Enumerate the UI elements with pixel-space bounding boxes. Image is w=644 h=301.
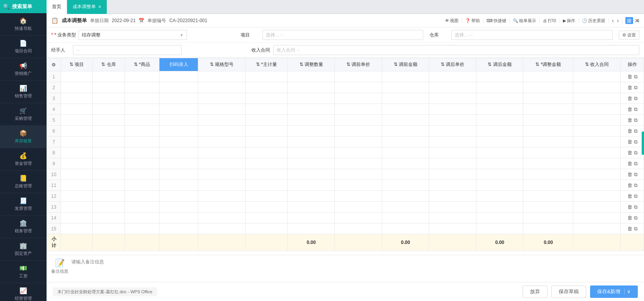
cell-unit[interactable] (245, 158, 287, 169)
copy-row-icon[interactable]: ⧉ (634, 95, 637, 102)
cell-after-amount[interactable] (476, 82, 523, 93)
cell-warehouse[interactable] (93, 126, 125, 137)
cell-scan[interactable] (159, 126, 198, 137)
cell-project[interactable] (61, 93, 93, 104)
cell-spec[interactable] (198, 93, 245, 104)
view-action[interactable]: 👁 视图 (445, 18, 459, 24)
cell-income-contract[interactable] (573, 223, 621, 234)
cell-adjust-qty[interactable] (288, 71, 335, 82)
delete-row-icon[interactable]: 🗑 (627, 128, 632, 134)
cell-unit[interactable] (245, 137, 287, 147)
cell-spec[interactable] (198, 126, 245, 137)
cell-project[interactable] (61, 223, 93, 234)
cell-before-amount[interactable] (382, 93, 429, 104)
cell-after-price[interactable] (429, 104, 476, 115)
cell-spec[interactable] (198, 82, 245, 93)
cell-before-amount[interactable] (382, 158, 429, 169)
cell-scan[interactable] (159, 93, 198, 104)
cell-warehouse[interactable] (93, 147, 125, 158)
cell-project[interactable] (61, 180, 93, 191)
cell-spec[interactable] (198, 169, 245, 180)
cell-after-amount[interactable] (476, 180, 523, 191)
sidebar-item-ops-mgmt[interactable]: 📈 经营管理 (0, 283, 47, 301)
cell-before-price[interactable] (335, 115, 382, 126)
cell-goods[interactable] (125, 115, 159, 126)
cell-before-amount[interactable] (382, 223, 429, 234)
cell-after-amount[interactable] (476, 104, 523, 115)
cell-after-price[interactable] (429, 115, 476, 126)
cell-project[interactable] (61, 71, 93, 82)
history-action[interactable]: 🕐 历史票据 (582, 18, 605, 24)
cell-income-contract[interactable] (573, 126, 621, 137)
tab-cost-adjust[interactable]: 成本调整单 ✕ (67, 0, 107, 14)
sidebar-item-salary[interactable]: 💵 工资 (0, 261, 47, 283)
th-sort-icon[interactable]: ⇅ (69, 62, 73, 67)
cell-adjust-amount[interactable] (523, 223, 573, 234)
cell-project[interactable] (61, 147, 93, 158)
cell-unit[interactable] (245, 115, 287, 126)
cell-adjust-qty[interactable] (288, 202, 335, 213)
cell-warehouse[interactable] (93, 169, 125, 180)
cell-after-price[interactable] (429, 191, 476, 202)
cell-unit[interactable] (245, 223, 287, 234)
cell-spec[interactable] (198, 202, 245, 213)
cell-project[interactable] (61, 126, 93, 137)
cell-spec[interactable] (198, 71, 245, 82)
th-settings[interactable]: ⚙ (47, 58, 61, 71)
cell-income-contract[interactable] (573, 180, 621, 191)
cell-before-amount[interactable] (382, 147, 429, 158)
copy-row-icon[interactable]: ⧉ (634, 139, 637, 145)
cell-before-amount[interactable] (382, 213, 429, 223)
cell-project[interactable] (61, 158, 93, 169)
cell-before-price[interactable] (335, 191, 382, 202)
sidebar-item-sales-promo[interactable]: 📢 营销推广 (0, 58, 47, 81)
delete-row-icon[interactable]: 🗑 (627, 106, 632, 112)
cell-scan[interactable] (159, 71, 198, 82)
th-sort-icon-8[interactable]: ⇅ (346, 62, 350, 67)
cell-after-price[interactable] (429, 158, 476, 169)
th-sort-icon-9[interactable]: ⇅ (394, 62, 398, 67)
cell-adjust-qty[interactable] (288, 169, 335, 180)
cell-goods[interactable] (125, 180, 159, 191)
cell-goods[interactable] (125, 147, 159, 158)
cell-unit[interactable] (245, 93, 287, 104)
cell-adjust-qty[interactable] (288, 126, 335, 137)
cell-goods[interactable] (125, 104, 159, 115)
cell-adjust-qty[interactable] (288, 191, 335, 202)
copy-row-icon[interactable]: ⧉ (634, 193, 637, 199)
cell-goods[interactable] (125, 223, 159, 234)
cell-before-price[interactable] (335, 158, 382, 169)
cell-goods[interactable] (125, 137, 159, 147)
window-close-button[interactable]: ✕ (634, 17, 639, 24)
cell-after-amount[interactable] (476, 71, 523, 82)
cell-before-price[interactable] (335, 82, 382, 93)
cell-adjust-amount[interactable] (523, 104, 573, 115)
delete-row-icon[interactable]: 🗑 (627, 161, 632, 166)
cell-warehouse[interactable] (93, 82, 125, 93)
cell-unit[interactable] (245, 147, 287, 158)
cell-before-price[interactable] (335, 71, 382, 82)
cell-spec[interactable] (198, 180, 245, 191)
cell-before-amount[interactable] (382, 82, 429, 93)
cell-after-amount[interactable] (476, 158, 523, 169)
sidebar-item-tax-mgmt[interactable]: 🏛️ 税务管理 (0, 216, 47, 238)
cell-adjust-qty[interactable] (288, 104, 335, 115)
cell-project[interactable] (61, 213, 93, 223)
cell-before-amount[interactable] (382, 169, 429, 180)
cell-project[interactable] (61, 191, 93, 202)
cell-income-contract[interactable] (573, 202, 621, 213)
cell-income-contract[interactable] (573, 147, 621, 158)
notes-icon-button[interactable]: 📝 备注信息 (51, 258, 68, 274)
settings-button[interactable]: ⚙ 设置 (619, 31, 639, 40)
cell-before-price[interactable] (335, 104, 382, 115)
th-sort-icon-5[interactable]: ⇅ (210, 62, 214, 67)
cell-income-contract[interactable] (573, 115, 621, 126)
cell-before-price[interactable] (335, 137, 382, 147)
cell-before-amount[interactable] (382, 202, 429, 213)
sidebar-item-project-contract[interactable]: 📄 项目合同 (0, 36, 47, 58)
cell-warehouse[interactable] (93, 104, 125, 115)
cell-after-amount[interactable] (476, 223, 523, 234)
cell-scan[interactable] (159, 169, 198, 180)
cell-adjust-amount[interactable] (523, 191, 573, 202)
cell-warehouse[interactable] (93, 93, 125, 104)
